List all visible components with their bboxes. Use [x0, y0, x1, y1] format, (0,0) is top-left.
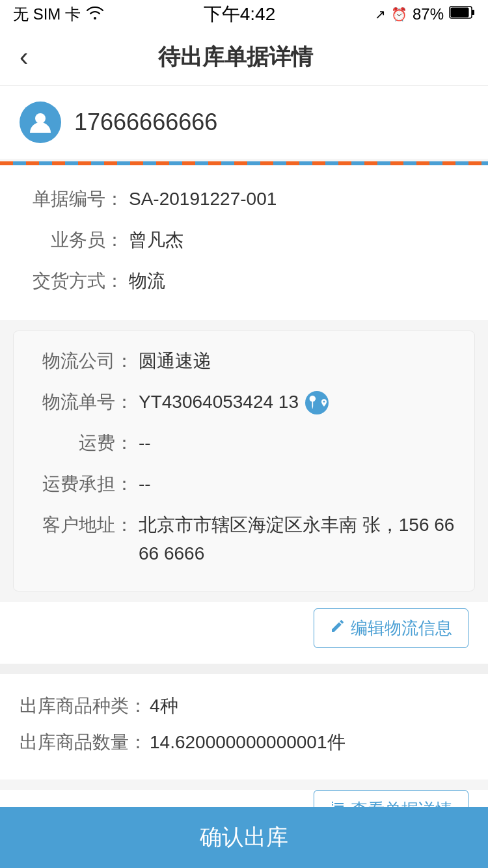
goods-quantity-label: 出库商品数量：	[20, 730, 150, 755]
location-service-icon: ↗	[375, 7, 386, 22]
user-header: 17666666666	[0, 86, 488, 159]
alarm-icon: ⏰	[391, 7, 407, 22]
nav-bar: ‹ 待出库单据详情	[0, 29, 488, 86]
avatar-icon	[27, 109, 53, 135]
goods-section: 出库商品种类： 4种 出库商品数量： 14.620000000000001件	[0, 674, 488, 780]
logistics-tracking-label: 物流单号：	[29, 388, 133, 417]
document-number-value: SA-20191227-001	[129, 185, 468, 214]
user-avatar	[20, 102, 61, 143]
confirm-button-label: 确认出库	[200, 824, 288, 849]
section-separator	[0, 664, 488, 674]
carrier-text: 无 SIM 卡	[13, 4, 81, 25]
sales-rep-label: 业务员：	[20, 226, 124, 255]
logistics-company-value: 圆通速递	[139, 347, 459, 376]
wifi-icon	[86, 5, 104, 23]
svg-rect-1	[472, 10, 474, 15]
logistics-card: 物流公司： 圆通速递 物流单号： YT43064053424 13 运费： --…	[13, 331, 475, 591]
goods-types-label: 出库商品种类：	[20, 694, 150, 718]
edit-logistics-button[interactable]: 编辑物流信息	[314, 608, 468, 648]
delivery-label: 交货方式：	[20, 267, 124, 296]
battery-text: 87%	[413, 5, 444, 23]
confirm-button-wrap[interactable]: 确认出库	[0, 807, 488, 868]
svg-rect-2	[451, 8, 469, 18]
sales-rep-row: 业务员： 曾凡杰	[20, 226, 468, 255]
logistics-company-label: 物流公司：	[29, 347, 133, 376]
edit-logistics-wrapper: 编辑物流信息	[0, 602, 488, 664]
address-value: 北京市市辖区海淀区永丰南 张，156 6666 6666	[139, 511, 459, 569]
freight-bear-row: 运费承担： --	[29, 470, 459, 499]
delivery-row: 交货方式： 物流	[20, 267, 468, 296]
freight-value: --	[139, 429, 459, 458]
freight-bear-value: --	[139, 470, 459, 499]
status-bar: 无 SIM 卡 下午4:42 ↗ ⏰ 87%	[0, 0, 488, 29]
logistics-tracking-value: YT43064053424 13	[139, 388, 459, 417]
logistics-company-row: 物流公司： 圆通速递	[29, 347, 459, 376]
document-info-section: 单据编号： SA-20191227-001 业务员： 曾凡杰 交货方式： 物流	[0, 165, 488, 320]
user-phone: 17666666666	[74, 109, 217, 136]
battery-icon	[449, 5, 475, 23]
goods-quantity-row: 出库商品数量： 14.620000000000001件	[20, 730, 468, 755]
goods-quantity-value: 14.620000000000001件	[150, 730, 346, 755]
address-row: 客户地址： 北京市市辖区海淀区永丰南 张，156 6666 6666	[29, 511, 459, 569]
delivery-value: 物流	[129, 267, 468, 296]
tracking-location-icon[interactable]	[305, 391, 329, 414]
freight-label: 运费：	[29, 429, 133, 458]
edit-logistics-label: 编辑物流信息	[351, 617, 452, 640]
page-title: 待出库单据详情	[41, 42, 429, 72]
document-number-row: 单据编号： SA-20191227-001	[20, 185, 468, 214]
status-left: 无 SIM 卡	[13, 4, 104, 25]
address-label: 客户地址：	[29, 511, 133, 540]
freight-bear-label: 运费承担：	[29, 470, 133, 499]
sales-rep-value: 曾凡杰	[129, 226, 468, 255]
document-number-label: 单据编号：	[20, 185, 124, 214]
freight-row: 运费： --	[29, 429, 459, 458]
status-right: ↗ ⏰ 87%	[375, 5, 475, 23]
status-time: 下午4:42	[204, 2, 276, 27]
goods-types-value: 4种	[150, 694, 178, 718]
back-button[interactable]: ‹	[20, 42, 28, 72]
svg-point-3	[35, 113, 46, 124]
logistics-tracking-row: 物流单号： YT43064053424 13	[29, 388, 459, 417]
edit-icon	[330, 618, 346, 638]
goods-types-row: 出库商品种类： 4种	[20, 694, 468, 718]
